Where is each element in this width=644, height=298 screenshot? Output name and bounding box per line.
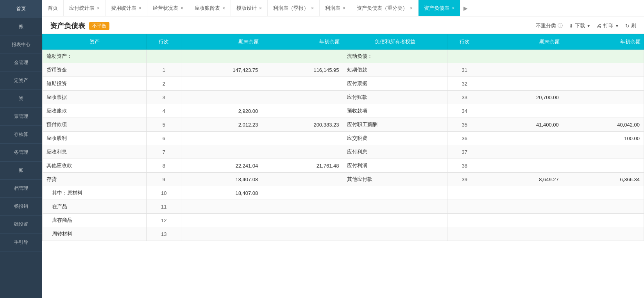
print-button[interactable]: 🖨 打印 ▼ bbox=[597, 22, 619, 29]
start-balance-cell bbox=[262, 186, 343, 200]
row-num-cell: 13 bbox=[147, 227, 181, 241]
end-balance-cell bbox=[181, 50, 262, 63]
tab-balance-sheet[interactable]: 资产负债表 × bbox=[419, 0, 460, 16]
liability-cell: 应付利润 bbox=[343, 159, 447, 173]
page-actions: 不重分类 ⓘ ⇓ 下载 ▼ 🖨 打印 ▼ ↻ 刷 bbox=[536, 22, 636, 29]
table-row: 其他应收款 8 22,241.04 21,761.48 应付利润 38 bbox=[43, 159, 644, 173]
row-num-cell: 1 bbox=[147, 63, 181, 77]
download-icon: ⇓ bbox=[569, 23, 573, 29]
sidebar-item-fund-mgmt[interactable]: 金管理 bbox=[0, 54, 42, 72]
liability-cell: 其他应付款 bbox=[343, 173, 447, 186]
sidebar-item-report-center[interactable]: 报表中心 bbox=[0, 36, 42, 54]
close-icon[interactable]: × bbox=[343, 5, 345, 11]
row-num2-cell: 33 bbox=[447, 91, 482, 104]
sidebar-item-ticket-mgmt[interactable]: 票管理 bbox=[0, 108, 42, 126]
row-num-cell: 2 bbox=[147, 77, 181, 91]
tab-business-status[interactable]: 经营状况表 × bbox=[147, 0, 189, 16]
tab-expense-stats[interactable]: 费用统计表 × bbox=[106, 0, 147, 16]
no-reclassify-toggle[interactable]: 不重分类 ⓘ bbox=[536, 22, 563, 29]
liability-cell: 短期借款 bbox=[343, 63, 447, 77]
start-balance2-cell: 100.00 bbox=[563, 132, 644, 145]
tab-label: 资产负债表 bbox=[424, 5, 449, 12]
tab-home[interactable]: 首页 bbox=[42, 0, 64, 16]
row-num-cell: 10 bbox=[147, 186, 181, 200]
header-end-balance2: 期末余额 bbox=[482, 34, 563, 50]
asset-cell: 预付款项 bbox=[43, 118, 147, 132]
row-num2-cell: 38 bbox=[447, 159, 482, 173]
end-balance2-cell bbox=[482, 214, 563, 227]
sidebar-item-base-settings[interactable]: 础设置 bbox=[0, 216, 42, 234]
start-balance-cell bbox=[262, 91, 343, 104]
chevron-down-icon2: ▼ bbox=[615, 24, 619, 28]
download-button[interactable]: ⇓ 下载 ▼ bbox=[569, 22, 590, 29]
end-balance-cell bbox=[181, 145, 262, 159]
liability-cell bbox=[343, 186, 447, 200]
sidebar-item-debt-mgmt[interactable]: 务管理 bbox=[0, 144, 42, 162]
close-icon[interactable]: × bbox=[410, 5, 413, 11]
close-icon[interactable]: × bbox=[181, 5, 183, 11]
print-icon: 🖨 bbox=[597, 23, 602, 29]
tab-template-design[interactable]: 模版设计 × bbox=[231, 0, 268, 16]
start-balance2-cell bbox=[563, 159, 644, 173]
sidebar-item-ledger[interactable]: 账 bbox=[0, 162, 42, 180]
row-num-cell: 6 bbox=[147, 132, 181, 145]
liability-cell: 应付利息 bbox=[343, 145, 447, 159]
tab-receivable-aging[interactable]: 应收账龄表 × bbox=[189, 0, 231, 16]
help-icon[interactable]: ⓘ bbox=[558, 22, 563, 29]
sidebar-item-archive-mgmt[interactable]: 档管理 bbox=[0, 180, 42, 198]
sidebar-item-stock-calc[interactable]: 存核算 bbox=[0, 126, 42, 144]
refresh-button[interactable]: ↻ 刷 bbox=[625, 22, 636, 29]
close-icon[interactable]: × bbox=[222, 5, 225, 11]
end-balance-cell bbox=[181, 214, 262, 227]
end-balance2-cell bbox=[482, 159, 563, 173]
start-balance-cell bbox=[262, 145, 343, 159]
sidebar-item-home[interactable]: 首页 bbox=[0, 0, 42, 18]
sidebar-item-fixed-assets[interactable]: 定资产 bbox=[0, 72, 42, 90]
tab-profit[interactable]: 利润表 × bbox=[320, 0, 351, 16]
asset-cell: 短期投资 bbox=[43, 77, 147, 91]
end-balance-cell: 2,920.00 bbox=[181, 104, 262, 118]
start-balance2-cell bbox=[563, 104, 644, 118]
row-num-cell: 5 bbox=[147, 118, 181, 132]
close-icon[interactable]: × bbox=[311, 5, 314, 11]
table-row: 货币资金 1 147,423.75 116,145.95 短期借款 31 bbox=[43, 63, 644, 77]
end-balance2-cell bbox=[482, 77, 563, 91]
table-row: 短期投资 2 应付票据 32 bbox=[43, 77, 644, 91]
asset-cell: 在产品 bbox=[43, 200, 147, 214]
sidebar-item-expense[interactable]: 畅报销 bbox=[0, 198, 42, 216]
liability-cell: 应交税费 bbox=[343, 132, 447, 145]
end-balance2-cell bbox=[482, 200, 563, 214]
sidebar: 首页 账 报表中心 金管理 定资产 资 票管理 存核算 务管理 账 档管理 畅报… bbox=[0, 0, 42, 298]
header-asset: 资产 bbox=[43, 34, 147, 50]
tab-payable-stats[interactable]: 应付统计表 × bbox=[64, 0, 106, 16]
table-row: 应收利息 7 应付利息 37 bbox=[43, 145, 644, 159]
close-icon[interactable]: × bbox=[452, 5, 454, 11]
close-icon[interactable]: × bbox=[97, 5, 100, 11]
row-num2-cell: 34 bbox=[447, 104, 482, 118]
page-title-area: 资产负债表 不平衡 bbox=[50, 21, 109, 30]
asset-cell: 应收票据 bbox=[43, 91, 147, 104]
start-balance-cell: 200,383.23 bbox=[262, 118, 343, 132]
close-icon[interactable]: × bbox=[139, 5, 141, 11]
close-icon[interactable]: × bbox=[259, 5, 262, 11]
asset-cell: 其他应收款 bbox=[43, 159, 147, 173]
sidebar-item-guide[interactable]: 手引导 bbox=[0, 234, 42, 252]
tab-balance-reclassified[interactable]: 资产负债表（重分类） × bbox=[351, 0, 419, 16]
table-row: 流动资产： 流动负债： bbox=[43, 50, 644, 63]
sidebar-item-account[interactable]: 账 bbox=[0, 18, 42, 36]
header-end-balance: 期末余额 bbox=[181, 34, 262, 50]
end-balance2-cell bbox=[482, 227, 563, 241]
end-balance-cell bbox=[181, 132, 262, 145]
row-num2-cell bbox=[447, 227, 482, 241]
row-num-cell: 4 bbox=[147, 104, 181, 118]
unbalanced-badge: 不平衡 bbox=[89, 22, 109, 30]
liability-cell: 流动负债： bbox=[343, 50, 447, 63]
tab-profit-quarterly[interactable]: 利润表（季报） × bbox=[268, 0, 320, 16]
sidebar-item-investment[interactable]: 资 bbox=[0, 90, 42, 108]
asset-cell: 货币资金 bbox=[43, 63, 147, 77]
page-header: 资产负债表 不平衡 不重分类 ⓘ ⇓ 下载 ▼ 🖨 打印 ▼ ↻ 刷 bbox=[42, 16, 644, 34]
table-header-row: 资产 行次 期末余额 年初余额 负债和所有者权益 行次 期末余额 年初余额 bbox=[43, 34, 644, 50]
row-num2-cell: 39 bbox=[447, 173, 482, 186]
end-balance2-cell bbox=[482, 63, 563, 77]
tab-scroll-right-icon[interactable]: ▶ bbox=[460, 5, 471, 11]
